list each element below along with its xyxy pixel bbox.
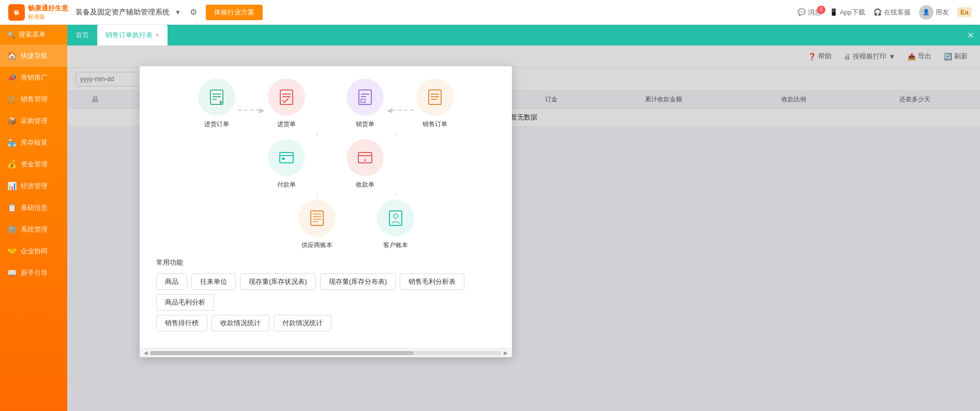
modal-content: 进货订单 ▶ [140,66,512,348]
sidebar-search[interactable]: 🔍 搜索菜单 [0,25,67,45]
sidebar-item-marketing[interactable]: 📣 营销推广 [0,67,67,88]
home-icon: 🏠 [7,51,17,60]
scrollbar-track[interactable] [150,351,502,355]
sidebar-item-sales[interactable]: 🛒 销售管理 [0,88,67,110]
supplier-account-label: 供应商账本 [301,241,333,250]
flow-node-sales-bill[interactable]: 销货单 [346,79,384,129]
arrow-down-sb: ↓ [377,129,414,137]
tab-sales-order-label: 销售订单执行表 [105,31,153,40]
logo-text: 畅康通好生意 标准版 [28,4,68,21]
top-bar: 畅 畅康通好生意 标准版 装备及固定资产辅助管理系统 ▼ ⚙ 体验行业方案 💬 … [0,0,980,25]
system-icon: ⚙️ [7,225,17,234]
download-icon: 📱 [830,8,838,16]
flow-node-purchase-order[interactable]: 进货订单 [198,79,235,129]
content-area: 首页 销售订单执行表 × ✕ ❓ 帮助 🖨 [67,25,980,411]
system-name: 装备及固定资产辅助管理系统 [76,8,170,17]
svg-rect-24 [311,211,323,225]
logo-area: 畅 畅康通好生意 标准版 [8,4,70,21]
purchase-order-circle [198,79,235,116]
purchase-bill-circle [268,79,305,116]
func-buttons-row2: 销售排行榜 收款情况统计 付款情况统计 [156,315,495,331]
arrow-down-rec: ↓ [377,189,414,197]
app-download-button[interactable]: 📱 App下载 [830,8,865,17]
modal-scrollbar: ◀ ▶ [140,348,512,357]
tab-sales-order[interactable]: 销售订单执行表 × [97,25,168,45]
sidebar-item-operation[interactable]: 📊 经营管理 [0,175,67,197]
finance-icon: 💰 [7,160,17,169]
svg-text:¥: ¥ [363,158,367,163]
sidebar-label-cooperation: 企业协同 [21,247,48,256]
sidebar-item-guide[interactable]: 📖 新手引导 [0,262,67,284]
sales-order-circle [416,79,454,116]
func-btn-2[interactable]: 现存量(库存状况表) [240,273,316,290]
flow-node-customer-account[interactable]: 客户账本 [377,200,414,250]
func-btn-5[interactable]: 商品毛利分析 [156,294,214,311]
svg-point-30 [394,214,398,218]
svg-rect-18 [280,153,293,163]
flow-row-1: 进货订单 ▶ [198,79,454,129]
scroll-right-icon[interactable]: ▶ [502,349,510,357]
tab-home[interactable]: 首页 [67,25,97,45]
sidebar-item-system[interactable]: ⚙️ 系统管理 [0,219,67,240]
modal-overlay[interactable]: 进货订单 ▶ [67,45,980,411]
guide-icon: 📖 [7,268,17,278]
system-dropdown[interactable]: ▼ [175,9,181,16]
payment-bill-label: 付款单 [277,180,296,189]
flow-node-sales-order[interactable]: 销售订单 [416,79,454,129]
message-badge: 6 [817,6,825,14]
settings-button[interactable]: ⚙ [186,5,201,20]
func-btn-8[interactable]: 付款情况统计 [274,315,331,331]
svg-text:畅: 畅 [14,10,19,16]
flow-node-purchase-bill[interactable]: 进货单 [268,79,305,129]
arrow-down-pb: ↓ [298,129,336,137]
func-title: 常用功能 [156,258,495,267]
sales-bill-label: 销货单 [356,120,374,129]
logo-icon: 畅 [8,4,25,21]
flow-node-supplier-account[interactable]: 供应商账本 [298,200,336,250]
chevron-down-icon: ▼ [175,9,181,16]
scroll-left-icon[interactable]: ◀ [142,349,150,357]
flow-diagram: 进货订单 ▶ [156,79,495,250]
payment-bill-circle [268,139,305,176]
online-service-button[interactable]: 🎧 在线客服 [873,8,911,17]
avatar: 👤 [919,5,933,20]
func-btn-1[interactable]: 往来单位 [191,273,236,290]
sidebar-search-label: 搜索菜单 [19,30,46,39]
try-plan-button[interactable]: 体验行业方案 [206,5,263,20]
sidebar-item-finance[interactable]: 💰 资金管理 [0,154,67,175]
sidebar-label-quick-nav: 快捷导航 [21,51,48,60]
func-btn-4[interactable]: 销售毛利分析表 [400,273,464,290]
tab-bar: 首页 销售订单执行表 × ✕ [67,25,980,45]
sales-bill-circle [346,79,384,116]
func-btn-0[interactable]: 商品 [156,273,187,290]
sidebar-item-purchase[interactable]: 📦 采购管理 [0,110,67,132]
message-button[interactable]: 💬 消息 6 [797,8,821,17]
sidebar-item-quick-nav[interactable]: 🏠 快捷导航 [0,45,67,67]
purchase-order-label: 进货订单 [204,120,229,129]
top-right-area: 💬 消息 6 📱 App下载 🎧 在线客服 👤 用友 Ea [797,5,972,20]
func-btn-7[interactable]: 收款情况统计 [212,315,269,331]
sidebar-label-guide: 新手引导 [21,268,48,278]
window-close-button[interactable]: ✕ [967,31,974,40]
customer-account-label: 客户账本 [383,241,408,250]
sales-order-label: 销售订单 [423,120,447,129]
svg-rect-13 [361,99,365,102]
arrow-po-pb: ▶ [235,106,268,114]
operation-icon: 📊 [7,181,17,191]
sidebar-item-basic[interactable]: 📋 基础信息 [0,197,67,219]
receipt-bill-circle: ¥ [346,139,384,176]
func-buttons: 商品 往来单位 现存量(库存状况表) 现存量(库存分布表) 销售毛利分析表 商品… [156,273,495,311]
sidebar-label-system: 系统管理 [21,225,48,234]
flow-row-3: 供应商账本 客户账本 [237,200,414,250]
flow-node-receipt-bill[interactable]: ¥ 收款单 [346,139,384,189]
user-menu[interactable]: 👤 用友 [919,5,949,20]
tab-close-button[interactable]: × [156,32,159,39]
flow-node-payment-bill[interactable]: 付款单 [268,139,305,189]
func-btn-3[interactable]: 现存量(库存分布表) [320,273,396,290]
cooperation-icon: 🤝 [7,247,17,256]
func-btn-6[interactable]: 销售排行榜 [156,315,207,331]
sidebar-item-cooperation[interactable]: 🤝 企业协同 [0,240,67,262]
arrow-so-sb: ◀ [384,106,416,114]
customer-account-circle [377,200,414,237]
sidebar-item-inventory[interactable]: 🏪 库存核算 [0,132,67,154]
